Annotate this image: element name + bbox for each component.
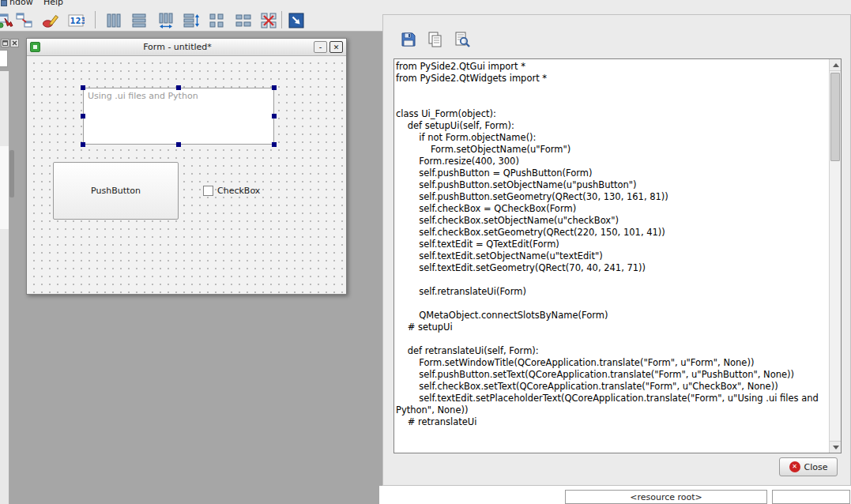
layout-vertical-splitter-icon bbox=[183, 12, 200, 29]
copy-code-button[interactable] bbox=[425, 28, 446, 50]
selection-handle-mid-right[interactable] bbox=[272, 114, 277, 118]
form-canvas[interactable]: Using .ui files and Python PushButton Ch… bbox=[27, 56, 346, 294]
edit-buddies-button[interactable] bbox=[40, 9, 62, 31]
dialog-close-button[interactable]: ✕ Close bbox=[779, 457, 838, 476]
find-in-code-button[interactable] bbox=[452, 28, 473, 50]
resource-root-label: <resource root> bbox=[630, 492, 702, 502]
layout-horizontal-splitter-icon bbox=[157, 12, 175, 29]
arrow-up-icon bbox=[833, 63, 839, 67]
code-text: from PySide2.QtGui import * from PySide2… bbox=[396, 61, 827, 428]
layout-horizontal-splitter-button[interactable] bbox=[155, 9, 177, 31]
close-icon bbox=[12, 40, 17, 46]
window-menu-icon bbox=[1, 0, 7, 6]
layout-form-icon bbox=[235, 12, 252, 29]
selection-handle-top-left[interactable] bbox=[81, 85, 85, 90]
dock-scrollbar-thumb[interactable] bbox=[9, 150, 14, 197]
code-scrollbar[interactable] bbox=[829, 59, 841, 453]
qt-designer-screen: ndow Help bbox=[0, 0, 851, 504]
resource-browser-fragment: <resource root> bbox=[379, 486, 851, 504]
layout-horizontal-button[interactable] bbox=[103, 9, 125, 31]
selection-handle-bottom-left[interactable] bbox=[81, 142, 85, 147]
form-window-title: Form - untitled* bbox=[43, 42, 311, 52]
checkbox-widget[interactable]: CheckBox bbox=[203, 175, 283, 207]
break-layout-button[interactable] bbox=[258, 9, 280, 31]
copy-icon bbox=[427, 31, 444, 48]
break-layout-icon bbox=[260, 12, 277, 29]
code-view[interactable]: from PySide2.QtGui import * from PySide2… bbox=[393, 58, 842, 453]
arrow-down-icon bbox=[833, 446, 839, 449]
code-preview-dialog: from PySide2.QtGui import * from PySide2… bbox=[382, 14, 851, 486]
checkbox-indicator[interactable] bbox=[203, 186, 213, 196]
tab-order-icon: 123 bbox=[67, 12, 85, 29]
form-window-titlebar[interactable]: Form - untitled* - ✕ bbox=[27, 39, 346, 56]
scroll-down-arrow[interactable] bbox=[830, 441, 842, 453]
layout-form-button[interactable] bbox=[232, 9, 254, 31]
edit-signals-slots-button[interactable] bbox=[13, 9, 36, 31]
textedit-placeholder: Using .ui files and Python bbox=[88, 91, 198, 101]
resource-preview-box bbox=[772, 490, 850, 504]
toolbar-separator bbox=[281, 11, 282, 28]
edit-widgets-icon bbox=[0, 12, 13, 29]
form-window-icon bbox=[30, 42, 40, 52]
resource-root-item[interactable]: <resource root> bbox=[565, 490, 767, 504]
layout-vertical-button[interactable] bbox=[128, 9, 150, 31]
save-code-button[interactable] bbox=[398, 28, 419, 50]
close-button-label: Close bbox=[804, 462, 828, 472]
layout-vertical-icon bbox=[130, 12, 148, 29]
menu-item-help[interactable]: Help bbox=[43, 0, 63, 7]
svg-text:123: 123 bbox=[70, 17, 85, 25]
close-circle-icon: ✕ bbox=[789, 461, 800, 472]
selection-handle-bottom-center[interactable] bbox=[176, 142, 181, 147]
dock-close-button[interactable] bbox=[10, 39, 19, 47]
layout-vertical-splitter-button[interactable] bbox=[180, 9, 202, 31]
form-editor-window: Form - untitled* - ✕ Using .ui files and… bbox=[26, 38, 347, 295]
tab-order-button[interactable]: 123 bbox=[65, 9, 87, 31]
edit-buddies-icon bbox=[42, 12, 59, 29]
edit-signals-slots-icon bbox=[16, 12, 33, 29]
float-icon bbox=[2, 40, 8, 46]
selection-handle-top-right[interactable] bbox=[272, 85, 277, 90]
selection-handle-mid-left[interactable] bbox=[81, 114, 85, 118]
menubar: ndow Help bbox=[0, 0, 379, 7]
layout-grid-button[interactable] bbox=[205, 9, 228, 31]
layout-horizontal-icon bbox=[105, 12, 122, 29]
menu-item-window[interactable]: ndow bbox=[9, 0, 33, 7]
dock-filter-field[interactable] bbox=[0, 50, 8, 67]
minimize-button[interactable]: - bbox=[314, 41, 327, 53]
selection-handle-top-center[interactable] bbox=[176, 85, 181, 90]
left-dock-list bbox=[0, 146, 9, 229]
selection-handle-bottom-right[interactable] bbox=[272, 142, 277, 147]
adjust-size-icon bbox=[288, 12, 305, 29]
scroll-up-arrow[interactable] bbox=[830, 59, 842, 71]
textedit-widget[interactable]: Using .ui files and Python bbox=[83, 88, 274, 145]
scrollbar-thumb[interactable] bbox=[830, 73, 840, 161]
layout-grid-icon bbox=[208, 12, 225, 29]
dock-float-button[interactable] bbox=[1, 39, 9, 47]
pushbutton-widget[interactable]: PushButton bbox=[53, 162, 179, 220]
pushbutton-label: PushButton bbox=[91, 186, 141, 196]
checkbox-label: CheckBox bbox=[217, 186, 260, 196]
toolbar-separator bbox=[95, 11, 96, 28]
close-button[interactable]: ✕ bbox=[329, 41, 343, 53]
save-icon bbox=[400, 31, 417, 48]
left-dock-panel bbox=[0, 71, 9, 504]
find-icon bbox=[454, 31, 471, 48]
adjust-size-button[interactable] bbox=[285, 9, 307, 31]
